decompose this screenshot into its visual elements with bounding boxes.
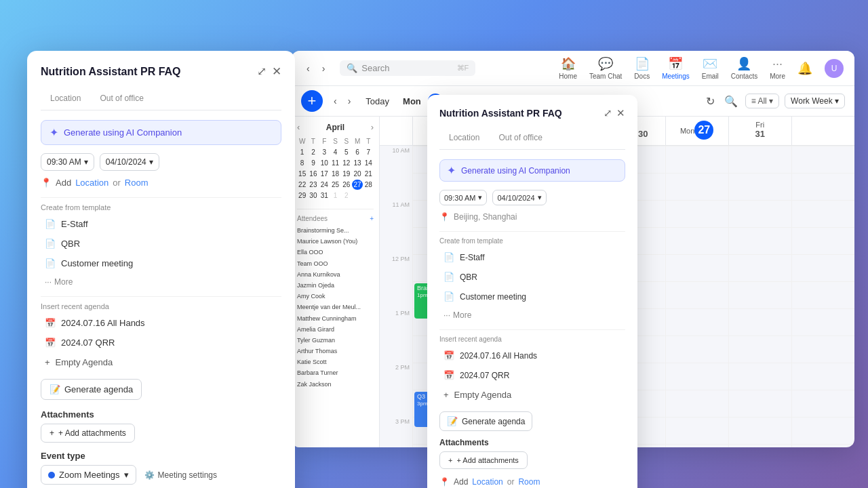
forward-btn[interactable]: ›	[318, 60, 330, 77]
cell[interactable]	[728, 281, 791, 308]
mini-day[interactable]: 1	[297, 147, 307, 157]
mini-day[interactable]: 15	[297, 169, 307, 179]
mid-expand-btn[interactable]: ⤢	[604, 107, 612, 119]
mini-day[interactable]: 6	[352, 147, 362, 157]
cell[interactable]	[665, 173, 728, 200]
mini-day[interactable]: 28	[363, 180, 374, 190]
mid-template-qbr[interactable]: 📄 QBR	[439, 268, 625, 285]
cell[interactable]	[665, 444, 728, 447]
add-event-btn[interactable]: +	[301, 90, 323, 112]
view-select[interactable]: Work Week ▾	[785, 94, 845, 108]
cell[interactable]	[791, 227, 854, 254]
tab-out-of-office[interactable]: Out of office	[90, 88, 153, 110]
mini-day[interactable]: 25	[330, 180, 340, 190]
mini-day[interactable]: 24	[319, 180, 330, 190]
cell[interactable]	[728, 417, 791, 444]
cell[interactable]	[665, 336, 728, 363]
mid-date-picker[interactable]: 04/10/2024 ▾	[492, 190, 546, 205]
mid-location-link[interactable]: Location	[472, 477, 502, 487]
cell[interactable]	[665, 363, 728, 390]
refresh-btn[interactable]: ↻	[704, 93, 717, 110]
mini-day[interactable]: 2	[341, 190, 351, 201]
template-qbr[interactable]: 📄 QBR	[41, 235, 281, 252]
cell[interactable]	[791, 281, 854, 308]
mini-day[interactable]: 11	[330, 158, 340, 168]
nav-email[interactable]: ✉️ Email	[702, 56, 719, 80]
mini-day[interactable]: 29	[297, 190, 307, 201]
mid-empty-agenda-btn[interactable]: + Empty Agenda	[439, 386, 625, 403]
cell[interactable]	[728, 444, 791, 447]
cell[interactable]	[791, 146, 854, 173]
empty-agenda-btn[interactable]: + Empty Agenda	[41, 354, 281, 371]
mid-close-btn[interactable]: ✕	[616, 107, 625, 119]
mini-day[interactable]: 26	[341, 180, 351, 190]
cell[interactable]	[728, 390, 791, 417]
mini-prev-btn[interactable]: ‹	[297, 122, 300, 132]
cell[interactable]	[728, 308, 791, 336]
cell[interactable]	[728, 227, 791, 254]
mini-day[interactable]: 20	[352, 169, 362, 179]
search-btn[interactable]: 🔍	[722, 93, 740, 110]
search-bar[interactable]: 🔍 Search ⌘F	[340, 60, 475, 76]
cell[interactable]	[665, 200, 728, 227]
cell[interactable]	[665, 254, 728, 281]
mini-day[interactable]: 9	[308, 158, 318, 168]
mini-day[interactable]: 19	[341, 169, 351, 179]
mid-template-customer[interactable]: 📄 Customer meeting	[439, 288, 625, 305]
mid-generate-btn[interactable]: 📝 Generate agenda	[439, 411, 532, 431]
mini-day[interactable]: 14	[363, 158, 374, 168]
cell[interactable]	[728, 200, 791, 227]
cell[interactable]	[728, 146, 791, 173]
cell[interactable]	[791, 444, 854, 447]
cell[interactable]	[791, 363, 854, 390]
room-link[interactable]: Room	[125, 178, 149, 188]
meeting-settings-btn[interactable]: ⚙️ Meeting settings	[144, 470, 217, 480]
mini-day[interactable]: 16	[308, 169, 318, 179]
mini-day[interactable]: 8	[297, 158, 307, 168]
cell[interactable]	[728, 336, 791, 363]
cell[interactable]	[791, 308, 854, 336]
nav-docs[interactable]: 📄 Docs	[634, 56, 650, 80]
user-avatar[interactable]: U	[825, 59, 844, 78]
cell[interactable]	[665, 146, 728, 173]
back-btn[interactable]: ‹	[302, 60, 314, 77]
mini-day[interactable]: 13	[352, 158, 362, 168]
cell[interactable]	[791, 200, 854, 227]
recent-allhands[interactable]: 📅 2024.07.16 All Hands	[41, 314, 281, 331]
mid-recent-qrr[interactable]: 📅 2024.07 QRR	[439, 367, 625, 384]
mini-day[interactable]: 12	[341, 158, 351, 168]
cell[interactable]	[791, 390, 854, 417]
cell[interactable]	[791, 336, 854, 363]
template-customer-meeting[interactable]: 📄 Customer meeting	[41, 255, 281, 272]
cell[interactable]	[665, 417, 728, 444]
mid-template-estaff[interactable]: 📄 E-Staff	[439, 249, 625, 266]
date-picker[interactable]: 04/10/2024 ▾	[100, 153, 159, 171]
recent-qrr[interactable]: 📅 2024.07 QRR	[41, 334, 281, 351]
mini-next-btn[interactable]: ›	[371, 122, 374, 132]
mini-day[interactable]: 5	[341, 147, 351, 157]
prev-week-btn[interactable]: ‹	[330, 93, 341, 109]
ai-companion-btn[interactable]: ✦ Generate using AI Companion	[41, 120, 281, 145]
mini-day[interactable]: 23	[308, 180, 318, 190]
mini-day[interactable]: 3	[319, 147, 330, 157]
cell[interactable]	[665, 308, 728, 336]
cell[interactable]	[791, 417, 854, 444]
mini-day[interactable]: 21	[363, 169, 374, 179]
nav-contacts[interactable]: 👤 Contacts	[731, 56, 757, 80]
mini-day[interactable]: 30	[308, 190, 318, 201]
location-link[interactable]: Location	[75, 178, 108, 188]
nav-meetings[interactable]: 📅 Meetings	[662, 56, 690, 80]
today-btn[interactable]: Today	[361, 94, 393, 109]
tab-location[interactable]: Location	[41, 88, 90, 110]
next-week-btn[interactable]: ›	[344, 93, 355, 109]
mid-tab-location[interactable]: Location	[439, 127, 489, 149]
event-type-dropdown[interactable]: Zoom Meetings ▾	[41, 465, 136, 485]
modal-expand-btn[interactable]: ⤢	[257, 64, 267, 79]
mini-day[interactable]: 7	[363, 147, 374, 157]
filter-btn[interactable]: ≡ All ▾	[745, 94, 779, 108]
mid-ai-companion-btn[interactable]: ✦ Generate using AI Companion	[439, 159, 625, 182]
mid-room-link[interactable]: Room	[518, 477, 540, 487]
mini-day[interactable]: 18	[330, 169, 340, 179]
mid-more-btn[interactable]: ··· More	[439, 308, 625, 323]
mini-day[interactable]: 17	[319, 169, 330, 179]
